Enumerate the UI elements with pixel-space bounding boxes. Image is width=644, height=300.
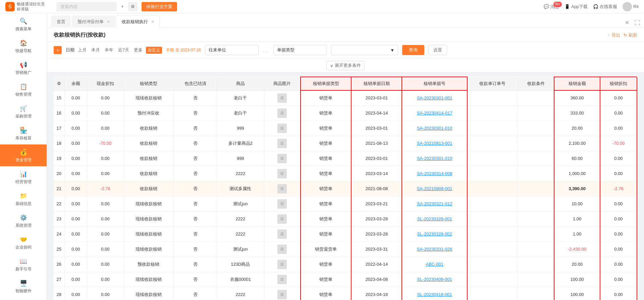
app-download-item[interactable]: 📱 App下载 [565, 4, 588, 10]
sidebar-item-finance[interactable]: 💰 资金管理 [0, 144, 47, 166]
tab-home[interactable]: 首页 [51, 15, 71, 28]
bill-no-link[interactable]: SL-20230408-001 [417, 277, 452, 282]
filter-expand-button[interactable]: » [54, 46, 62, 54]
sidebar-item-inventory[interactable]: 🏪 库存核算 [0, 123, 47, 144]
cell-receipt-condition [518, 226, 554, 242]
cell-goods-image: 🖼 [264, 242, 301, 257]
cell-receipt-order-no [467, 90, 518, 105]
search-dropdown-arrow[interactable]: ▼ [121, 5, 124, 8]
sidebar-item-business[interactable]: 📊 经营管理 [0, 166, 47, 188]
cell-include-settled: 否 [174, 242, 217, 257]
tab-prepay-close[interactable]: ✕ [107, 20, 110, 24]
cell-cash-discount: 0.00 [87, 272, 124, 287]
table-header-row: ⚙ 余额 现金折扣 核销类型 包含已结清 商品 商品图片 核销单据类型 核销单据… [54, 77, 637, 90]
tab-prepay[interactable]: 预付冲应付单 ✕ [72, 15, 115, 28]
sidebar-label-business: 经营管理 [15, 179, 32, 185]
page-title: 收款核销执行(按收款) [54, 32, 106, 39]
cell-writeoff-discount: 0.00 [600, 211, 637, 226]
bill-no-link[interactable]: SA-20210808-001 [417, 186, 452, 191]
cell-id: 19 [54, 151, 64, 166]
cell-bill-report-type: 销货单 [301, 211, 351, 226]
cell-goods: 测试多属性 [217, 181, 264, 196]
data-table: ⚙ 余额 现金折扣 核销类型 包含已结清 商品 商品图片 核销单据类型 核销单据… [54, 77, 637, 300]
bill-type-dropdown[interactable]: ▼ [331, 45, 398, 55]
sidebar-item-search[interactable]: 🔍 搜索菜单 [0, 13, 47, 35]
cell-bill-no: SA-20230321-012 [402, 196, 467, 211]
sidebar-item-quick-nav[interactable]: 🏠 快捷导航 [0, 35, 47, 57]
header-actions: ↑ 导出 ↻ 刷新 [608, 32, 638, 38]
bill-no-link[interactable]: SL-20230328-001 [417, 216, 452, 221]
cell-bill-report-type: 销货单 [301, 196, 351, 211]
expand-more-button[interactable]: ∨ 展开更多条件 [326, 61, 365, 70]
table-container[interactable]: ⚙ 余额 现金折扣 核销类型 包含已结清 商品 商品图片 核销单据类型 核销单据… [47, 73, 644, 300]
cell-writeoff-discount: 0.00 [600, 257, 637, 272]
sidebar-item-guide[interactable]: 📖 新手引导 [0, 254, 47, 275]
bill-no-link[interactable]: SA-20210813-001 [417, 141, 452, 146]
online-service-item[interactable]: 🎧 在线客服 [593, 4, 617, 10]
cell-writeoff-discount: 0.00 [600, 151, 637, 166]
cell-id: 24 [54, 226, 64, 242]
bill-no-link[interactable]: SA-20230301-010 [417, 156, 452, 161]
sidebar-item-purchase[interactable]: 🛒 采购管理 [0, 101, 47, 123]
user-item[interactable]: Rit [623, 2, 639, 11]
cell-bill-date: 2023-03-31 [351, 242, 402, 257]
online-service-label: 在线客服 [600, 4, 617, 10]
cell-include-settled: 否 [174, 151, 217, 166]
date-option-this-year[interactable]: 本年 [103, 46, 115, 54]
gear-button[interactable]: ⚙ [128, 2, 138, 11]
table-row: 17 0.00 0.00 收款核销 否 999 🖼 销货单 2023-03-01… [54, 121, 637, 136]
cell-balance: 0.00 [64, 136, 87, 151]
cell-id: 18 [54, 136, 64, 151]
cell-bill-report-type: 销货单 [301, 181, 351, 196]
date-option-more[interactable]: 更多 [132, 46, 144, 54]
bill-no-link[interactable]: SA-20230301-001 [417, 95, 452, 100]
refresh-button[interactable]: ↻ 刷新 [624, 32, 637, 38]
cell-writeoff-discount: 0.00 [600, 166, 637, 181]
bill-no-link[interactable]: SL-20230328-002 [417, 231, 452, 237]
industry-button[interactable]: 休验行业方案 [142, 2, 177, 11]
search-box[interactable]: 搜索内容 [56, 2, 117, 11]
tab-writeoff[interactable]: 收款核销执行 ✕ [116, 15, 160, 28]
col-settings: ⚙ [54, 77, 64, 90]
date-option-7days[interactable]: 近7天 [117, 46, 130, 54]
date-custom-button[interactable]: 自定义 [146, 47, 162, 54]
bill-no-link[interactable]: SA-20230314-008 [417, 171, 452, 176]
query-button[interactable]: 查询 [402, 45, 424, 55]
table-row: 26 0.00 0.00 预收款核销 否 123D商品 🖼 销货单 2022-0… [54, 257, 637, 272]
bill-no-link[interactable]: ABC-001 [426, 262, 443, 267]
date-option-last-month[interactable]: 上月 [76, 46, 88, 54]
sidebar-item-wechat[interactable]: 💬 企业微信 [0, 297, 47, 300]
bill-no-link[interactable]: SA-20230331-026 [417, 247, 452, 252]
tab-writeoff-close[interactable]: ✕ [151, 20, 154, 24]
sidebar-item-sales[interactable]: 📋 销售管理 [0, 79, 47, 101]
sidebar-item-hardware[interactable]: 🖥️ 智能硬件 [0, 275, 47, 297]
cell-bill-date: 2023-03-01 [351, 121, 402, 136]
sidebar-item-company[interactable]: 🤝 企业协同 [0, 232, 47, 254]
cell-writeoff-discount: 0.00 [600, 105, 637, 121]
table-wrapper: ⚙ 余额 现金折扣 核销类型 包含已结清 商品 商品图片 核销单据类型 核销单据… [54, 77, 637, 300]
cell-bill-date: 2022-04-14 [351, 257, 402, 272]
table-row: 21 0.00 -2.76 收款核销 否 测试多属性 🖼 销货单 2021-08… [54, 181, 637, 196]
sidebar-item-system[interactable]: ⚙️ 系统管理 [0, 210, 47, 232]
messages-item[interactable]: 💬 消息 99+ [544, 4, 559, 10]
setting-button[interactable]: 设置 [428, 45, 447, 55]
date-option-this-month[interactable]: 本月 [90, 46, 101, 54]
bill-no-link[interactable]: SA-20230414-017 [417, 111, 452, 116]
export-button[interactable]: ↑ 导出 [608, 32, 621, 38]
bill-type-select[interactable]: 单据类型 [273, 45, 327, 55]
counterparty-input[interactable]: 往来单位 [205, 45, 259, 55]
cell-bill-report-type: 销货单 [301, 166, 351, 181]
cell-bill-report-type: 销货单 [301, 151, 351, 166]
cell-balance: 0.00 [64, 196, 87, 211]
sidebar-item-marketing[interactable]: 📢 营销推广 [0, 57, 47, 79]
bill-no-link[interactable]: SA-20230301-010 [417, 126, 452, 131]
sidebar-item-basic[interactable]: 📁 基础信息 [0, 188, 47, 210]
cell-bill-report-type: 销货单 [301, 121, 351, 136]
bill-no-link[interactable]: SL-20230418-001 [417, 292, 452, 297]
cell-bill-no: SA-20210808-001 [402, 181, 467, 196]
cell-id: 21 [54, 181, 64, 196]
bill-no-link[interactable]: SA-20230321-012 [417, 201, 452, 206]
tab-expand-button[interactable]: ⛶ [633, 18, 641, 27]
tab-close-all-button[interactable]: ✕ [624, 18, 631, 27]
cell-receipt-order-no [467, 166, 518, 181]
